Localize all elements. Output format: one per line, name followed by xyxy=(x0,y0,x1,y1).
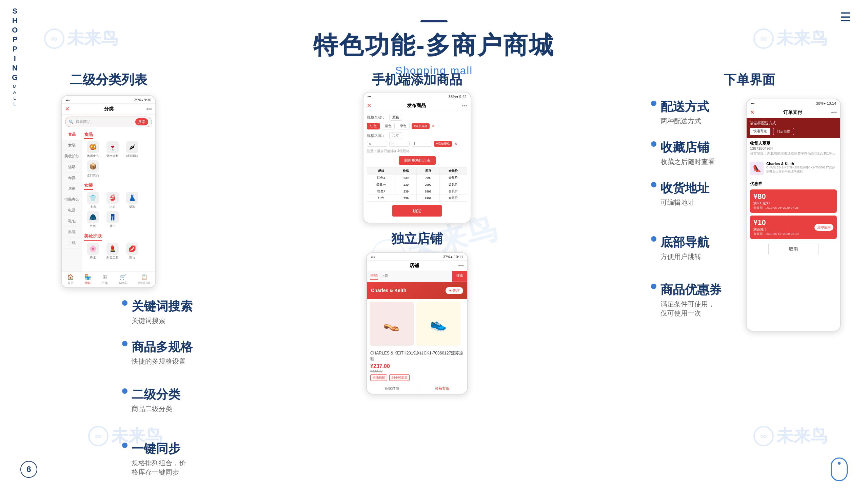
dot-2 xyxy=(122,341,127,346)
store-tabs: 推销 上新 xyxy=(367,271,452,282)
stock-red-l: 9999 xyxy=(417,188,439,195)
nav-category[interactable]: ⊞ 分类 xyxy=(102,274,108,285)
sidebar-food[interactable]: 食品 xyxy=(62,129,82,140)
search-bar[interactable]: 🔍 搜索商品 搜索 xyxy=(65,117,152,127)
coupon-2: ¥10 满百减十 有效期：2019-06-19~2020-06-19 立即使用 xyxy=(750,216,837,239)
nav-cart[interactable]: 🛒 购物车 xyxy=(118,274,127,285)
nav-home[interactable]: 🏠 首页 xyxy=(67,274,74,285)
size-l[interactable]: l xyxy=(412,141,432,147)
coupon-1-amount: ¥80 xyxy=(753,192,798,201)
cat-item-pants[interactable]: 👖 裤子 xyxy=(104,211,121,228)
th-spec: 规格 xyxy=(367,168,395,175)
address-main: 收货地址 xyxy=(660,180,709,197)
cat-item-makeup-tool[interactable]: 💄 彩妆工具 xyxy=(104,243,121,260)
more-icon-left[interactable]: ••• xyxy=(146,106,152,112)
content-coupon: 商品优惠券 满足条件可使用， 仅可使用一次 xyxy=(660,282,722,318)
product-img-1[interactable]: 👡 xyxy=(370,302,414,346)
sidebar-baby[interactable]: 母婴 xyxy=(62,172,82,183)
favorite-sub: 收藏之后随时查看 xyxy=(660,157,715,166)
color-tags-row: 红色 蓝色 绿色 +添加规格 ✕ xyxy=(367,123,467,129)
follow-btn[interactable]: ♥ 关注 xyxy=(446,287,463,294)
confirm-btn[interactable]: 确定 xyxy=(392,205,442,217)
category-icon: ⊞ xyxy=(102,274,107,280)
sidebar-shoes[interactable]: 鞋包 xyxy=(62,216,82,227)
sidebar-men[interactable]: 男装 xyxy=(62,227,82,238)
product-img-2[interactable]: 👟 xyxy=(416,302,460,346)
merchant-detail-btn[interactable]: 商家详情 xyxy=(367,383,417,394)
center-top: 手机端添加商品 ▪▪▪ 38%● 9:42 ✕ 发布商品 ••• 规格名称： 颜… xyxy=(197,71,637,223)
cancel-btn[interactable]: 取消 xyxy=(768,243,818,255)
content-bottom-nav: 底部导航 方便用户跳转 xyxy=(660,234,709,261)
cat-beauty-items: 🌸 香水 💄 彩妆工具 💋 彩妆 xyxy=(84,243,153,260)
nav-orders[interactable]: 📋 我的订单 xyxy=(138,274,150,285)
coat-icon: 🧥 xyxy=(87,211,99,223)
pants-label: 裤子 xyxy=(110,224,116,228)
spec-row-2: 规格名称： 尺寸 xyxy=(367,132,467,139)
cat-item-coat[interactable]: 🧥 外套 xyxy=(84,211,102,228)
more-icon-store[interactable]: ••• xyxy=(458,263,464,269)
cat-item-top[interactable]: 👕 上衣 xyxy=(84,192,102,209)
size-s[interactable]: s xyxy=(367,141,387,147)
delivery-express[interactable]: 快递寄送 xyxy=(750,128,770,135)
coupon-2-left: ¥10 满百减十 有效期：2019-06-19~2020-06-19 xyxy=(753,218,798,236)
search-button[interactable]: 搜索 xyxy=(135,118,148,125)
top-icon: 👕 xyxy=(87,192,99,204)
cat-item-drink[interactable]: 🍷 酒水饮料 xyxy=(104,141,121,158)
receiver-address: 收货地址：湖北省武汉市江汉区楚平路高新街123栋1单元 xyxy=(750,151,837,156)
tag-red[interactable]: 红色 xyxy=(367,123,380,129)
snack-icon: 🥨 xyxy=(87,141,99,153)
cat-item-import[interactable]: 📦 进口食品 xyxy=(84,160,102,178)
coupon-main: 商品优惠券 xyxy=(660,282,722,298)
sidebar-home[interactable]: 居家 xyxy=(62,183,82,194)
add-color-btn[interactable]: +添加规格 xyxy=(412,123,430,129)
cat-item-dress[interactable]: 👗 裙装 xyxy=(123,192,141,209)
sidebar-pc[interactable]: 电脑办公 xyxy=(62,194,82,205)
close-color[interactable]: ✕ xyxy=(432,124,435,128)
cat-item-underwear[interactable]: 👙 内衣 xyxy=(104,192,121,209)
sync-spec-btn[interactable]: 刷新规格组合表 xyxy=(399,156,436,165)
cat-item-perfume[interactable]: 🌸 香水 xyxy=(84,243,102,260)
close-btn[interactable]: ✕ xyxy=(65,106,70,112)
tag-green[interactable]: 绿色 xyxy=(397,123,410,129)
more-icon-center[interactable]: ••• xyxy=(461,103,467,109)
nav-category-label: 分类 xyxy=(102,281,108,285)
section-center: 手机端添加商品 ▪▪▪ 38%● 9:42 ✕ 发布商品 ••• 规格名称： 颜… xyxy=(197,71,637,488)
label-delivery: 配送方式 两种配送方式 xyxy=(651,99,739,126)
content-keyword: 关键词搜索 关键词搜索 xyxy=(132,298,193,325)
sidebar-phone[interactable]: 手机 xyxy=(62,238,82,248)
use-now-btn[interactable]: 立即使用 xyxy=(814,224,833,231)
nav-mall[interactable]: 🏪 商城 xyxy=(84,274,91,285)
sidebar-beauty[interactable]: 美妆护肤 xyxy=(62,151,82,162)
cat-item-makeup[interactable]: 💋 彩妆 xyxy=(123,243,141,260)
sidebar-electronics[interactable]: 电器 xyxy=(62,205,82,216)
dot-coupon xyxy=(651,284,656,289)
signal-left: ▪▪▪ xyxy=(66,98,70,102)
tab-new[interactable]: 上新 xyxy=(381,273,389,280)
store-search-area: 推销 上新 搜索 xyxy=(367,271,467,282)
close-add[interactable]: ✕ xyxy=(367,102,371,109)
sidebar-women[interactable]: 女装 xyxy=(62,140,82,151)
delivery-pickup[interactable]: 门店自提 xyxy=(773,128,794,135)
close-size[interactable]: ✕ xyxy=(454,142,457,146)
delivery-sub: 两种配送方式 xyxy=(660,117,709,126)
product-title: CHARLES & KEITH2019凉鞋CK1-70360127流苏凉鞋 xyxy=(370,350,464,362)
tab-sale[interactable]: 推销 xyxy=(370,273,378,280)
contact-service-btn[interactable]: 联系客服 xyxy=(417,383,468,394)
nav-title-left: 分类 xyxy=(72,106,146,112)
close-order[interactable]: ✕ xyxy=(750,109,754,116)
spice-icon: 🌶 xyxy=(126,141,138,153)
add-size-btn[interactable]: +添加规格 xyxy=(434,141,452,147)
tag-blue[interactable]: 蓝色 xyxy=(382,123,395,129)
order-desc: CHARLES & KEITH(2019)凉鞋CK1-70360127流苏凉鞋女… xyxy=(766,166,837,174)
coupon-title: 优惠券 xyxy=(750,181,837,187)
store-search-btn[interactable]: 搜索 xyxy=(452,271,467,282)
cat-item-spice[interactable]: 🌶 精选调味 xyxy=(123,141,141,158)
more-icon-right[interactable]: ••• xyxy=(831,109,837,116)
sidebar-sport[interactable]: 运动 xyxy=(62,162,82,172)
underwear-icon: 👙 xyxy=(106,192,119,204)
size-m[interactable]: m xyxy=(389,141,410,147)
coupon-1: ¥80 满600减80 有效期：2019-06-06~2020-07-26 xyxy=(750,189,837,213)
dot-3 xyxy=(122,388,127,394)
cat-item-snack[interactable]: 🥨 休闲食品 xyxy=(84,141,102,158)
sync-main: 一键同步 xyxy=(132,441,186,457)
